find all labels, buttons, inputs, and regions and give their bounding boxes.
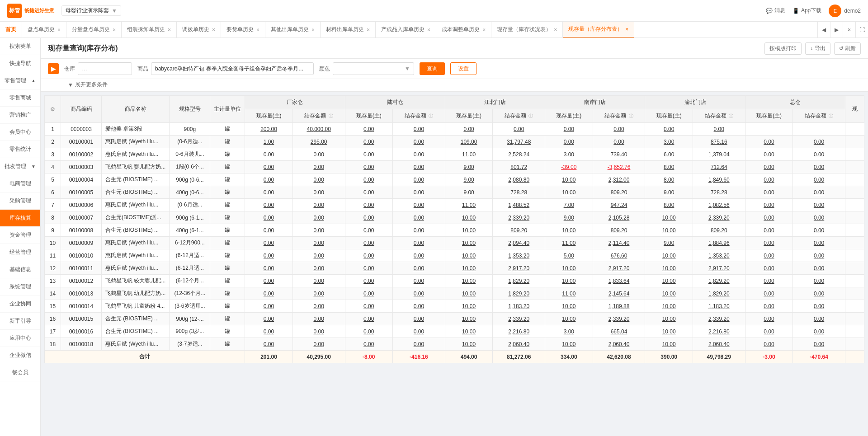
- close-icon[interactable]: ×: [482, 27, 486, 33]
- sidebar-item-guide[interactable]: 新手引导: [0, 313, 40, 330]
- close-icon[interactable]: ×: [113, 27, 116, 33]
- nav-prev-btn[interactable]: ◀: [817, 22, 830, 38]
- tab-home[interactable]: 首页: [0, 22, 22, 38]
- cell-val: 0.00: [392, 148, 445, 161]
- cell-val: 11.00: [445, 199, 492, 211]
- cell-val: 109.00: [445, 136, 492, 148]
- sidebar-item-system[interactable]: 系统管理: [0, 278, 40, 295]
- close-icon[interactable]: ×: [57, 27, 61, 33]
- tab-3[interactable]: 组装拆卸单历史 ×: [122, 22, 177, 38]
- sidebar-item-search[interactable]: 搜索英单: [0, 38, 40, 55]
- tab-6[interactable]: 其他出库单历史 ×: [265, 22, 321, 38]
- sidebar-item-wholesale[interactable]: 批发管理 ▼: [0, 158, 40, 175]
- cell-spec: 400g (0-6...: [170, 186, 210, 199]
- sidebar-item-vip[interactable]: 畅会员: [0, 364, 40, 381]
- sidebar-item-member[interactable]: 会员中心: [0, 124, 40, 141]
- warehouse-input[interactable]: …: [78, 62, 132, 75]
- print-button[interactable]: 按模版打印: [764, 42, 802, 55]
- tab-5[interactable]: 要货单历史 ×: [221, 22, 265, 38]
- cell-code: 00100003: [61, 161, 102, 173]
- message-btn[interactable]: 💬 消息: [766, 7, 785, 14]
- sidebar-item-apps[interactable]: 应用中心: [0, 330, 40, 347]
- sidebar-item-collab[interactable]: 企业协同: [0, 295, 40, 313]
- color-input[interactable]: ▼: [333, 62, 414, 75]
- sidebar-item-retail-shop[interactable]: 零售商城: [0, 89, 40, 107]
- query-button[interactable]: 查询: [420, 62, 445, 75]
- sidebar-item-operations[interactable]: 经营管理: [0, 244, 40, 261]
- nav-fullscreen-btn[interactable]: ⛶: [855, 22, 868, 38]
- cell-val: 10.00: [645, 325, 693, 338]
- sum-t-amount: -470.64: [793, 351, 845, 363]
- cell-val: 809.20: [593, 186, 645, 199]
- expand-more-btn[interactable]: ▼ 展开更多条件: [68, 81, 861, 89]
- sidebar-item-marketing[interactable]: 营销推广: [0, 107, 40, 124]
- sidebar-item-nav[interactable]: 快捷导航: [0, 55, 40, 72]
- close-icon[interactable]: ×: [168, 27, 171, 33]
- cell-val: 0.00: [392, 123, 445, 136]
- tab-10[interactable]: 现存量（库存状况表） ×: [491, 22, 563, 38]
- cell-val: 0.00: [793, 287, 845, 300]
- th-settings[interactable]: ⚙: [45, 96, 61, 123]
- sidebar-item-ecommerce[interactable]: 电商管理: [0, 175, 40, 192]
- goods-input[interactable]: babycare孕妇待产包 春季入院全套母子组合孕妇产后冬季月子用品 22件套 …: [151, 62, 314, 75]
- cell-val: 0.00: [745, 199, 793, 211]
- sum-f-amount: 40,295.00: [292, 351, 345, 363]
- app-download-btn[interactable]: 📱 App下载: [793, 7, 821, 14]
- refresh-button[interactable]: ↺ 刷新: [834, 42, 861, 55]
- user-area[interactable]: E demo2: [829, 5, 861, 17]
- close-icon[interactable]: ×: [256, 27, 259, 33]
- close-icon[interactable]: ×: [367, 27, 370, 33]
- sidebar-item-finance[interactable]: 资金管理: [0, 227, 40, 244]
- tab-4[interactable]: 调拨单历史 ×: [177, 22, 221, 38]
- cell-val: 0.00: [545, 136, 593, 148]
- nav-next-btn[interactable]: ▶: [830, 22, 843, 38]
- sidebar-item-retail[interactable]: 零售管理 ▲: [0, 72, 40, 89]
- th-name: 商品名称: [102, 96, 170, 123]
- close-icon[interactable]: ×: [625, 26, 628, 33]
- cell-val: 1,884.96: [693, 237, 745, 249]
- cell-spec: 900g (0-6...: [170, 173, 210, 186]
- cell-code: 00100015: [61, 313, 102, 325]
- sidebar-item-purchase[interactable]: 采购管理: [0, 192, 40, 210]
- cell-name: 惠氏启赋 (Wyeth illu...: [102, 249, 170, 262]
- table-row: 200100001惠氏启赋 (Wyeth illu...(0-6月适...罐1.…: [45, 136, 864, 148]
- tab-9[interactable]: 成本调整单历史 ×: [436, 22, 491, 38]
- close-icon[interactable]: ×: [554, 27, 557, 33]
- cell-val: 1,829.20: [693, 275, 745, 287]
- cell-val: 10.00: [445, 262, 492, 275]
- industry-dropdown[interactable]: 母婴行业演示陈套 ▼: [61, 5, 121, 16]
- sum-n-amount: 42,620.08: [593, 351, 645, 363]
- cell-unit: 罐: [210, 325, 245, 338]
- cell-current: [845, 287, 864, 300]
- cell-num: 2: [45, 136, 61, 148]
- expand-icon: ▼: [68, 82, 73, 88]
- close-icon[interactable]: ×: [212, 27, 215, 33]
- cell-val: 11.00: [545, 237, 593, 249]
- cell-val: 1,829.20: [493, 275, 545, 287]
- th-n-amount: 结存金额 ⓘ: [593, 109, 645, 123]
- setting-button[interactable]: 设置: [450, 62, 476, 75]
- tab-2[interactable]: 分量盘点单历史 ×: [66, 22, 122, 38]
- export-button[interactable]: ↓ 导出: [805, 42, 830, 55]
- nav-close-btn[interactable]: ×: [843, 22, 855, 38]
- cell-unit: 罐: [210, 262, 245, 275]
- tab-1[interactable]: 盘点单历史 ×: [22, 22, 66, 38]
- cell-unit: 罐: [210, 186, 245, 199]
- cell-val: 0.00: [245, 211, 292, 224]
- sidebar-item-basic[interactable]: 基础信息: [0, 261, 40, 278]
- close-icon[interactable]: ×: [311, 27, 315, 33]
- close-icon[interactable]: ×: [427, 27, 430, 33]
- table-container[interactable]: ⚙ 商品编码 商品名称 规格型号 主计量单位 厂家仓 陆村仓 江北门店 南岸门店…: [41, 92, 868, 436]
- tab-8[interactable]: 产成品入库单历史 ×: [376, 22, 436, 38]
- table-row: 1700100016合生元 (BIOSTIME) ...900g (3岁...罐…: [45, 325, 864, 338]
- logo-area: 标管 畅捷进好生意: [7, 4, 54, 18]
- tab-7[interactable]: 材料出库单历史 ×: [321, 22, 376, 38]
- filter-expand-btn[interactable]: ▶: [48, 63, 59, 74]
- tab-11[interactable]: 现存量（库存分布表） ×: [563, 22, 634, 38]
- sidebar-item-wechat[interactable]: 企业微信: [0, 347, 40, 364]
- cell-val: 0.00: [392, 136, 445, 148]
- sidebar-item-inventory[interactable]: 库存核算: [0, 210, 40, 227]
- cell-current: [845, 199, 864, 211]
- cell-val: 10.00: [445, 300, 492, 313]
- sidebar-item-retail-stats[interactable]: 零售统计: [0, 141, 40, 158]
